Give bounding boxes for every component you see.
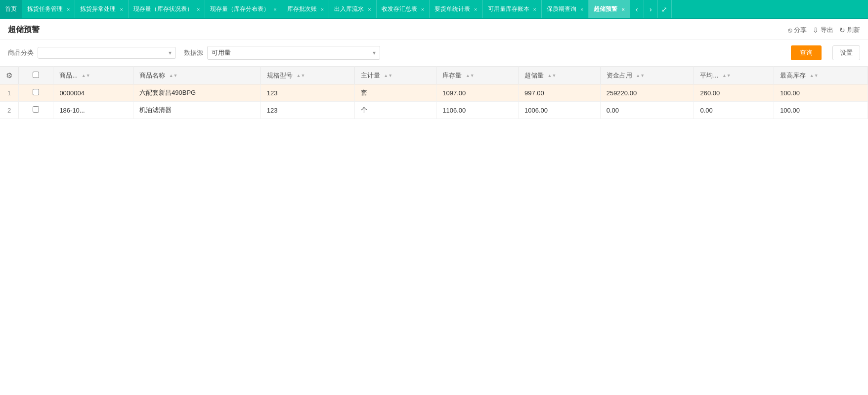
nav-order-stat-close[interactable]: × [474, 6, 477, 12]
row-avg: 260.00 [694, 84, 774, 102]
row-capital: 0.00 [600, 102, 694, 119]
th-max-stock-label: 最高库存 [780, 72, 806, 79]
th-product-code-label: 商品... [59, 72, 78, 79]
datasource-value: 可用量 [212, 48, 231, 57]
row-product-name: 机油滤清器 [133, 102, 261, 119]
nav-inventory-status-label: 现存量（库存状况表） [133, 5, 193, 13]
row-product-name: 六配套新昌490BPG [133, 84, 261, 102]
query-button[interactable]: 查询 [791, 45, 822, 60]
refresh-button[interactable]: ↻ 刷新 [839, 26, 860, 35]
row-checkbox-cell [19, 102, 53, 119]
th-stock-label: 库存量 [442, 72, 462, 79]
filter-category: 商品分类 ▾ [8, 47, 176, 59]
nav-available[interactable]: 可用量库存账本 × [483, 0, 542, 18]
nav-summary[interactable]: 收发存汇总表 × [377, 0, 430, 18]
row-spec: 123 [260, 84, 354, 102]
row-avg: 0.00 [694, 102, 774, 119]
nav-inventory-status-close[interactable]: × [197, 6, 200, 12]
nav-arrow-left[interactable]: ‹ [630, 0, 644, 18]
nav-shelf-life-close[interactable]: × [580, 6, 583, 12]
gear-icon[interactable]: ⚙ [6, 71, 12, 79]
export-label: 导出 [821, 26, 833, 35]
nav-exception[interactable]: 拣货异常处理 × [75, 0, 128, 18]
datasource-label: 数据源 [184, 48, 203, 57]
th-product-code[interactable]: 商品... ▲▼ [53, 67, 133, 84]
th-settings[interactable]: ⚙ [0, 67, 19, 84]
category-select[interactable]: ▾ [38, 47, 176, 59]
th-capital[interactable]: 资金占用 ▲▼ [600, 67, 694, 84]
nav-inventory-status[interactable]: 现存量（库存状况表） × [129, 0, 205, 18]
category-label: 商品分类 [8, 48, 34, 57]
nav-order-stat-label: 要货单统计表 [434, 5, 470, 13]
row-checkbox[interactable] [33, 106, 39, 113]
page-container: 超储预警 ⎋ 分享 ⇩ 导出 ↻ 刷新 商品分类 ▾ 数据源 [0, 19, 868, 395]
row-unit: 个 [354, 102, 436, 119]
nav-arrow-right[interactable]: › [644, 0, 658, 18]
nav-exception-close[interactable]: × [120, 6, 123, 12]
nav-task-close[interactable]: × [67, 6, 70, 12]
th-stock[interactable]: 库存量 ▲▼ [436, 67, 519, 84]
th-overstock[interactable]: 超储量 ▲▼ [518, 67, 600, 84]
table-body: 1 0000004 六配套新昌490BPG 123 套 1097.00 997.… [0, 84, 868, 119]
page-actions: ⎋ 分享 ⇩ 导出 ↻ 刷新 [788, 26, 860, 35]
nav-home[interactable]: 首页 [0, 0, 22, 18]
row-capital: 259220.00 [600, 84, 694, 102]
table-header-row: ⚙ 商品... ▲▼ 商品名称 ▲▼ 规格型号 ▲▼ [0, 67, 868, 84]
export-button[interactable]: ⇩ 导出 [813, 26, 833, 35]
nav-home-label: 首页 [5, 5, 17, 13]
nav-flow[interactable]: 出入库流水 × [329, 0, 376, 18]
nav-overstock-label: 超储预警 [594, 5, 617, 13]
nav-overstock-close[interactable]: × [621, 6, 624, 12]
datasource-select-arrow-icon: ▾ [373, 49, 376, 56]
sort-stock-icon: ▲▼ [466, 74, 475, 78]
nav-arrow-expand[interactable]: ⤢ [658, 0, 672, 18]
nav-task-label: 拣货任务管理 [27, 5, 63, 13]
row-overstock: 997.00 [518, 84, 600, 102]
row-max-stock: 100.00 [774, 102, 868, 119]
th-overstock-label: 超储量 [524, 72, 544, 79]
th-product-name[interactable]: 商品名称 ▲▼ [133, 67, 261, 84]
th-product-name-label: 商品名称 [139, 72, 165, 79]
nav-batch-label: 库存批次账 [287, 5, 317, 13]
nav-inventory-dist[interactable]: 现存量（库存分布表） × [205, 0, 282, 18]
page-header: 超储预警 ⎋ 分享 ⇩ 导出 ↻ 刷新 [0, 19, 868, 40]
nav-summary-label: 收发存汇总表 [382, 5, 417, 13]
th-spec[interactable]: 规格型号 ▲▼ [260, 67, 354, 84]
nav-batch[interactable]: 库存批次账 × [282, 0, 329, 18]
row-product-code: 0000004 [53, 84, 133, 102]
th-max-stock[interactable]: 最高库存 ▲▼ [774, 67, 868, 84]
row-max-stock: 100.00 [774, 84, 868, 102]
nav-inventory-dist-label: 现存量（库存分布表） [210, 5, 269, 13]
th-avg[interactable]: 平均... ▲▼ [694, 67, 774, 84]
th-avg-label: 平均... [700, 72, 718, 79]
data-table: ⚙ 商品... ▲▼ 商品名称 ▲▼ 规格型号 ▲▼ [0, 67, 868, 119]
sort-max-stock-icon: ▲▼ [810, 74, 819, 78]
top-nav: 首页 拣货任务管理 × 拣货异常处理 × 现存量（库存状况表） × 现存量（库存… [0, 0, 868, 19]
nav-available-close[interactable]: × [533, 6, 536, 12]
th-spec-label: 规格型号 [267, 72, 293, 79]
row-overstock: 1006.00 [518, 102, 600, 119]
select-all-checkbox[interactable] [33, 72, 39, 78]
nav-batch-close[interactable]: × [321, 6, 324, 12]
page-title: 超储预警 [8, 25, 40, 35]
nav-order-stat[interactable]: 要货单统计表 × [430, 0, 482, 18]
nav-overstock[interactable]: 超储预警 × [589, 0, 630, 18]
refresh-label: 刷新 [847, 26, 860, 35]
datasource-select[interactable]: 可用量 ▾ [207, 46, 380, 60]
share-button[interactable]: ⎋ 分享 [788, 26, 807, 35]
nav-summary-close[interactable]: × [421, 6, 424, 12]
nav-shelf-life[interactable]: 保质期查询 × [542, 0, 589, 18]
nav-inventory-dist-close[interactable]: × [273, 6, 276, 12]
row-checkbox[interactable] [33, 89, 39, 95]
row-stock: 1097.00 [436, 84, 519, 102]
settings-button[interactable]: 设置 [832, 45, 860, 60]
nav-task[interactable]: 拣货任务管理 × [22, 0, 75, 18]
nav-flow-close[interactable]: × [368, 6, 371, 12]
sort-avg-icon: ▲▼ [722, 74, 731, 78]
share-icon: ⎋ [788, 26, 792, 34]
filter-bar: 商品分类 ▾ 数据源 可用量 ▾ 查询 设置 [0, 40, 868, 67]
table-row: 2 186-10... 机油滤清器 123 个 1106.00 1006.00 … [0, 102, 868, 119]
th-unit[interactable]: 主计量 ▲▼ [354, 67, 436, 84]
nav-flow-label: 出入库流水 [334, 5, 364, 13]
row-unit: 套 [354, 84, 436, 102]
